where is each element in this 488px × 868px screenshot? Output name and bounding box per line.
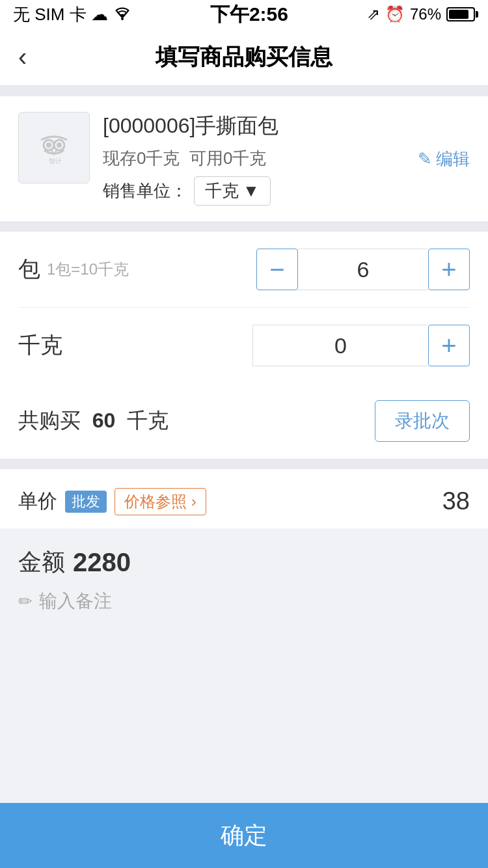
batch-button[interactable]: 录批次 xyxy=(375,400,470,442)
price-ref-button[interactable]: 价格参照 › xyxy=(115,488,206,515)
bag-controls: − + xyxy=(256,249,470,290)
remark-row[interactable]: ✏ 输入备注 xyxy=(18,589,470,614)
bag-hint: 1包=10千克 xyxy=(47,259,129,280)
price-section: 单价 批发 价格参照 › 38 xyxy=(0,469,488,528)
product-info: [0000006]手撕面包 现存0千克 可用0千克 销售单位： 千克 ▼ xyxy=(103,112,470,206)
kg-plus-button[interactable]: + xyxy=(428,325,470,366)
product-card: 智计 [0000006]手撕面包 现存0千克 可用0千克 销售单位： 千克 ▼ xyxy=(0,96,488,221)
kg-input-row: 千克 + xyxy=(18,308,470,383)
svg-point-3 xyxy=(46,142,51,148)
kg-label: 千克 xyxy=(18,331,62,360)
svg-point-4 xyxy=(57,142,62,148)
top-divider xyxy=(0,86,488,96)
total-text: 共购买 60 千克 xyxy=(18,407,169,435)
battery-percent: 76% xyxy=(410,5,441,23)
status-bar: 无 SIM 卡 ☁ 下午2:56 ⇗ ⏰ 76% xyxy=(0,0,488,29)
nav-bar: ‹ 填写商品购买信息 xyxy=(0,29,488,86)
product-name: [0000006]手撕面包 xyxy=(103,112,470,141)
bag-plus-button[interactable]: + xyxy=(428,249,470,290)
price-row: 单价 批发 价格参照 › 38 xyxy=(18,487,470,515)
pencil-icon: ✏ xyxy=(18,591,33,612)
confirm-bar[interactable]: 确定 xyxy=(0,803,488,868)
kg-controls: + xyxy=(252,325,470,366)
page-title: 填写商品购买信息 xyxy=(156,42,332,72)
total-row: 共购买 60 千克 录批次 xyxy=(0,383,488,459)
status-time: 下午2:56 xyxy=(210,1,288,28)
svg-point-0 xyxy=(121,18,124,20)
alarm-icon: ⏰ xyxy=(385,5,405,23)
status-left: 无 SIM 卡 ☁ xyxy=(13,3,131,26)
battery-icon xyxy=(446,7,475,21)
edit-icon: ✎ xyxy=(418,149,432,169)
bag-input-row: 包 1包=10千克 − + xyxy=(18,232,470,308)
remark-placeholder: 输入备注 xyxy=(39,589,112,614)
kg-quantity-input[interactable] xyxy=(252,325,428,366)
amount-value: 2280 xyxy=(73,548,131,577)
mid-divider xyxy=(0,221,488,232)
price-label: 单价 批发 价格参照 › xyxy=(18,488,206,515)
product-stock: 现存0千克 可用0千克 xyxy=(103,147,470,170)
back-button[interactable]: ‹ xyxy=(18,42,27,72)
bottom-divider xyxy=(0,459,488,469)
bag-label: 包 1包=10千克 xyxy=(18,254,129,284)
main-content: 智计 [0000006]手撕面包 现存0千克 可用0千克 销售单位： 千克 ▼ xyxy=(0,86,488,868)
location-icon: ⇗ xyxy=(367,5,380,23)
bag-quantity-input[interactable] xyxy=(298,249,428,290)
confirm-button[interactable]: 确定 xyxy=(221,820,267,852)
amount-section: 金额 2280 ✏ 输入备注 xyxy=(0,528,488,623)
amount-row: 金额 2280 xyxy=(18,547,470,578)
product-image: 智计 xyxy=(18,112,90,183)
wholesale-badge: 批发 xyxy=(65,491,107,513)
input-section: 包 1包=10千克 − + 千克 + xyxy=(0,232,488,383)
gray-space xyxy=(0,623,488,818)
bag-minus-button[interactable]: − xyxy=(256,249,298,290)
price-value: 38 xyxy=(442,487,470,515)
product-unit-row: 销售单位： 千克 ▼ xyxy=(103,176,470,206)
svg-text:智计: 智计 xyxy=(49,157,62,165)
edit-button[interactable]: ✎ 编辑 xyxy=(418,148,470,170)
wifi-icon xyxy=(113,5,131,25)
status-right: ⇗ ⏰ 76% xyxy=(367,5,475,23)
unit-dropdown[interactable]: 千克 ▼ xyxy=(194,176,271,206)
sim-label: 无 SIM 卡 ☁ xyxy=(13,3,108,26)
